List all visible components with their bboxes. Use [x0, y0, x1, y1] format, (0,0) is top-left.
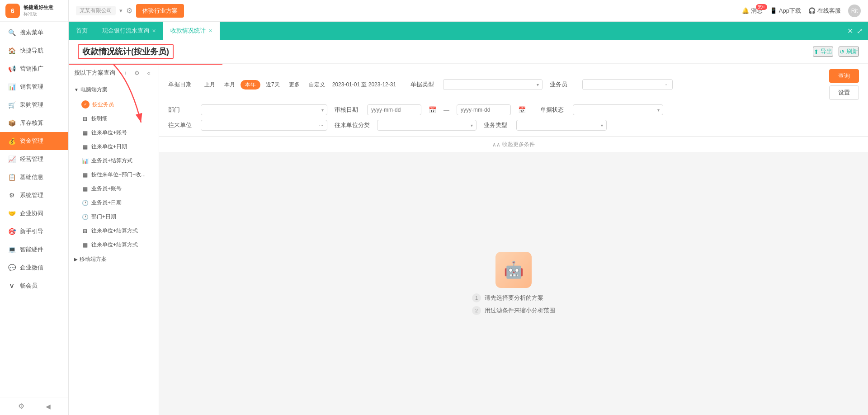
marketing-icon: 📢	[7, 64, 16, 73]
wechat-icon: 💬	[7, 263, 16, 272]
sidebar: 6 畅捷通好生意 标准版 🔍 搜索菜单 🏠 快捷导航 📢 营销推广 📊 销售管理…	[0, 0, 69, 415]
page-title: 收款情况统计(按业务员)	[78, 44, 174, 59]
sidebar-item-marketing[interactable]: 📢 营销推广	[0, 60, 68, 78]
sales-icon: 📊	[7, 82, 16, 91]
collapse-bar[interactable]: ∧∧ 收起更多条件	[159, 137, 868, 152]
salesperson-settle-icon: 📊	[81, 157, 89, 165]
counterpart-more-icon[interactable]: ···	[319, 123, 323, 128]
voucher-status-label: 单据状态	[540, 106, 566, 114]
audit-date-label: 审核日期	[335, 106, 360, 114]
scheme-item-detail[interactable]: ⊞ 按明细	[69, 112, 159, 126]
sidebar-item-sales[interactable]: 📊 销售管理	[0, 78, 68, 96]
scheme-item-salesperson-settle[interactable]: 📊 业务员+结算方式	[69, 154, 159, 168]
unit-date-icon: ▦	[81, 143, 89, 151]
left-panel-collapse-btn[interactable]: «	[144, 68, 153, 77]
date-this-year[interactable]: 本年	[241, 80, 260, 90]
empty-step-1: 1 请先选择要分析的方案	[472, 293, 555, 302]
sidebar-item-corp[interactable]: 🤝 企业协同	[0, 204, 68, 222]
date-this-month[interactable]: 本月	[221, 80, 239, 90]
scheme-group-desktop-title[interactable]: ▼ 电脑端方案	[69, 82, 159, 97]
sidebar-item-vip[interactable]: V 畅会员	[0, 277, 68, 295]
left-panel-add-btn[interactable]: +	[121, 68, 130, 77]
voucher-status-select[interactable]	[573, 104, 663, 115]
refresh-icon: ↺	[840, 48, 844, 55]
tab-expand-icon[interactable]: ⤢	[857, 27, 863, 35]
tab-bank-flow[interactable]: 现金银行流水查询 ✕	[95, 22, 163, 40]
scheme-group-mobile-title[interactable]: ▶ 移动端方案	[69, 252, 159, 267]
tab-bank-flow-close-icon[interactable]: ✕	[152, 28, 156, 34]
group-expand-icon: ▼	[74, 87, 79, 92]
sidebar-item-inventory[interactable]: 📦 库存核算	[0, 114, 68, 132]
export-btn[interactable]: ⬆ 导出	[813, 47, 833, 57]
voucher-status-select-wrap: ▾	[573, 104, 663, 115]
date-more[interactable]: 更多	[285, 80, 303, 90]
date-custom[interactable]: 自定义	[305, 80, 329, 90]
logo-icon: 6	[5, 4, 20, 18]
tab-bar: 首页 现金银行流水查询 ✕ 收款情况统计 ✕ ✕ ⤢	[69, 22, 868, 40]
sidebar-item-operations[interactable]: 📈 经营管理	[0, 150, 68, 168]
filter-row-1: 单据日期 上月 本月 本年 近7天 更多 自定义 2023-01-01 至 20…	[168, 69, 859, 100]
voucher-type-select[interactable]	[443, 79, 542, 90]
date-last-month[interactable]: 上月	[201, 80, 219, 90]
inventory-icon: 📦	[7, 118, 16, 127]
sidebar-item-guide[interactable]: 🎯 新手引导	[0, 222, 68, 241]
tab-receipt-stats-close-icon[interactable]: ✕	[208, 28, 212, 34]
filter-settings-btn[interactable]: 设置	[829, 85, 859, 100]
audit-date-end[interactable]	[457, 104, 511, 115]
step2-num: 2	[472, 306, 481, 315]
dept-select[interactable]	[201, 104, 327, 115]
quick-nav-icon: 🏠	[7, 46, 16, 55]
scheme-item-unit-date[interactable]: ▦ 往来单位+日期	[69, 140, 159, 154]
sidebar-item-basic-info[interactable]: 📋 基础信息	[0, 168, 68, 186]
online-support-btn[interactable]: 🎧 在线客服	[808, 7, 841, 15]
scheme-item-unit-dept[interactable]: ▦ 按往来单位+部门+收...	[69, 168, 159, 182]
tab-bar-actions: ✕ ⤢	[842, 27, 868, 35]
sidebar-collapse-btn[interactable]: ◀	[46, 403, 51, 410]
sidebar-item-quicknav[interactable]: 🏠 快捷导航	[0, 42, 68, 60]
date-label: 单据日期	[168, 80, 193, 89]
counterpart-input[interactable]	[205, 122, 319, 128]
salesperson-input[interactable]	[586, 81, 665, 88]
query-btn[interactable]: 查询	[829, 69, 859, 83]
unit-settle2-icon: ▦	[81, 241, 89, 249]
tab-receipt-stats[interactable]: 收款情况统计 ✕	[163, 22, 220, 40]
refresh-btn[interactable]: ↺ 刷新	[839, 47, 859, 57]
sidebar-settings-btn[interactable]: ⚙	[18, 402, 24, 410]
audit-date-start[interactable]	[367, 104, 421, 115]
breadcrumb-arrow-icon: ▾	[119, 7, 123, 14]
sidebar-item-system[interactable]: ⚙ 系统管理	[0, 186, 68, 204]
tab-close-all-icon[interactable]: ✕	[847, 27, 853, 35]
left-panel-settings-btn[interactable]: ⚙	[132, 68, 142, 77]
system-icon: ⚙	[7, 191, 16, 200]
app-download-btn[interactable]: 📱 App下载	[770, 7, 801, 15]
mobile-group-icon: ▶	[74, 257, 78, 262]
sidebar-item-search[interactable]: 🔍 搜索菜单	[0, 24, 68, 42]
scheme-item-salesperson-date[interactable]: 🕐 业务员+日期	[69, 196, 159, 210]
scheme-item-unit-settle1[interactable]: ⊞ 往来单位+结算方式	[69, 224, 159, 238]
scheme-item-dept-date[interactable]: 🕐 部门+日期	[69, 210, 159, 224]
business-type-select[interactable]	[516, 120, 607, 131]
salesperson-more-icon[interactable]: ···	[665, 82, 669, 87]
top-header-left: 某某有限公司 ▾ ⚙ 体验行业方案	[76, 4, 184, 18]
sidebar-item-wechat[interactable]: 💬 企业微信	[0, 259, 68, 277]
scheme-item-unit-settle2[interactable]: ▦ 往来单位+结算方式	[69, 238, 159, 252]
scheme-item-unit-account[interactable]: ▦ 往来单位+账号	[69, 126, 159, 140]
filter-area: 单据日期 上月 本月 本年 近7天 更多 自定义 2023-01-01 至 20…	[159, 64, 868, 137]
counterpart-cat-select[interactable]	[377, 120, 476, 131]
header-gear-icon[interactable]: ⚙	[126, 6, 132, 15]
notification-btn[interactable]: 🔔 消息 99+	[742, 7, 763, 15]
scheme-item-salesperson[interactable]: ✓ 按业务员	[69, 97, 159, 112]
page-area: 收款情况统计(按业务员) ⬆ 导出 ↺ 刷新 按以下方案查询 +	[69, 40, 868, 415]
scheme-item-salesperson-account[interactable]: ▦ 业务员+账号	[69, 182, 159, 196]
audit-cal-end-icon[interactable]: 📅	[518, 106, 526, 113]
user-avatar[interactable]: Rit	[848, 5, 861, 17]
date-last7[interactable]: 近7天	[262, 80, 283, 90]
trial-btn[interactable]: 体验行业方案	[136, 4, 184, 18]
sidebar-item-hardware[interactable]: 💻 智能硬件	[0, 241, 68, 259]
sidebar-item-finance[interactable]: 💰 资金管理	[0, 132, 68, 150]
dept-label: 部门	[168, 106, 193, 114]
top-header-right: 🔔 消息 99+ 📱 App下载 🎧 在线客服 Rit	[742, 5, 861, 17]
audit-cal-start-icon[interactable]: 📅	[429, 106, 436, 113]
sidebar-item-purchase[interactable]: 🛒 采购管理	[0, 96, 68, 114]
tab-home[interactable]: 首页	[69, 22, 95, 40]
